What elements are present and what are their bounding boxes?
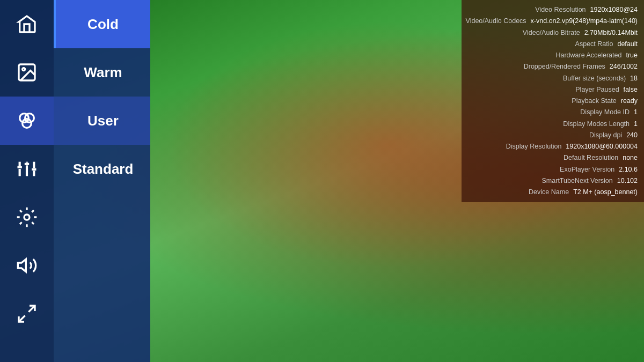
sidebar-item-volume[interactable]	[0, 241, 54, 290]
debug-row: Hardware Acceleratedtrue	[468, 50, 638, 61]
sidebar-item-home[interactable]	[0, 0, 54, 48]
color-circles-icon	[16, 110, 38, 131]
debug-row: Aspect Ratiodefault	[468, 39, 638, 50]
debug-row: Buffer size (seconds)18	[468, 73, 638, 84]
debug-row: Player Pausedfalse	[468, 84, 638, 95]
debug-value: 2.10.6	[619, 164, 638, 175]
svg-point-1	[23, 68, 25, 71]
sidebar-item-image[interactable]	[0, 48, 54, 97]
menu-panel: Cold Warm User Standard	[54, 0, 150, 362]
debug-label: Display Mode ID	[580, 107, 630, 118]
debug-value: 1920x1080@24	[590, 4, 638, 16]
debug-row: Device NameT2 M+ (aosp_bennet)	[468, 187, 638, 198]
settings-icon	[16, 206, 38, 228]
debug-value: 1	[634, 107, 638, 118]
debug-label: ExoPlayer Version	[560, 164, 614, 175]
debug-row: SmartTubeNext Version10.102	[468, 175, 638, 187]
equalizer-icon	[16, 158, 38, 180]
debug-label: Display Resolution	[506, 141, 562, 152]
debug-value: 246/1002	[610, 61, 638, 72]
debug-row: Default Resolutionnone	[468, 152, 638, 164]
debug-value: T2 M+ (aosp_bennet)	[573, 187, 638, 198]
debug-label: Display Modes Length	[563, 119, 630, 130]
debug-value: 1	[634, 119, 638, 130]
debug-label: Aspect Ratio	[575, 39, 613, 50]
debug-row: Playback Stateready	[468, 95, 638, 107]
menu-item-user-label: User	[87, 113, 119, 129]
svg-point-14	[24, 215, 30, 220]
debug-label: Video Resolution	[535, 4, 586, 16]
menu-item-warm-label: Warm	[84, 64, 122, 81]
debug-row: Display Mode ID1	[468, 107, 638, 118]
sidebar-item-resize[interactable]	[0, 290, 54, 338]
debug-row: Display Modes Length1	[468, 119, 638, 130]
debug-row: Video Resolution1920x1080@24	[468, 4, 638, 16]
menu-item-standard-label: Standard	[73, 161, 134, 178]
debug-label: Dropped/Rendered Frames	[524, 61, 605, 72]
sidebar-item-equalizer[interactable]	[0, 145, 54, 193]
svg-line-17	[19, 315, 25, 322]
menu-item-cold-label: Cold	[87, 16, 119, 33]
debug-value: 240	[626, 130, 638, 141]
svg-point-4	[23, 119, 32, 128]
debug-row: Display Resolution1920x1080@60.000004	[468, 141, 638, 152]
debug-value: false	[624, 84, 638, 95]
debug-value: 2.70Mbit/0.14Mbit	[584, 27, 638, 39]
debug-label: Hardware Accelerated	[555, 50, 621, 61]
debug-value: 1920x1080@60.000004	[566, 141, 638, 152]
debug-label: Playback State	[572, 95, 616, 107]
resize-icon	[16, 303, 38, 324]
debug-value: x-vnd.on2.vp9(248)/mp4a-latm(140)	[531, 16, 638, 27]
debug-label: Video/Audio Codecs	[466, 16, 526, 27]
debug-label: SmartTubeNext Version	[542, 175, 613, 187]
svg-marker-15	[18, 259, 26, 271]
menu-item-warm[interactable]: Warm	[54, 48, 150, 97]
debug-value: 18	[630, 73, 638, 84]
sidebar-item-settings[interactable]	[0, 193, 54, 241]
debug-rows-container: Video Resolution1920x1080@24Video/Audio …	[468, 4, 638, 198]
debug-row: ExoPlayer Version2.10.6	[468, 164, 638, 175]
sidebar-item-color-filter[interactable]	[0, 97, 54, 145]
debug-info-panel: Video Resolution1920x1080@24Video/Audio …	[462, 0, 644, 202]
home-icon	[16, 13, 38, 35]
debug-label: Display dpi	[589, 130, 622, 141]
sidebar	[0, 0, 54, 362]
debug-label: Default Resolution	[564, 152, 618, 164]
svg-line-16	[28, 306, 35, 312]
menu-item-cold[interactable]: Cold	[54, 0, 150, 48]
debug-label: Player Paused	[575, 84, 619, 95]
debug-row: Dropped/Rendered Frames246/1002	[468, 61, 638, 72]
menu-item-standard[interactable]: Standard	[54, 145, 150, 193]
debug-label: Device Name	[529, 187, 569, 198]
debug-value: none	[623, 152, 638, 164]
debug-value: true	[626, 50, 638, 61]
debug-row: Video/Audio Bitrate2.70Mbit/0.14Mbit	[468, 27, 638, 39]
volume-icon	[16, 255, 38, 276]
image-icon	[16, 62, 38, 83]
debug-value: 10.102	[617, 175, 638, 187]
debug-row: Display dpi240	[468, 130, 638, 141]
debug-value: ready	[621, 95, 638, 107]
debug-label: Video/Audio Bitrate	[523, 27, 580, 39]
debug-label: Buffer size (seconds)	[563, 73, 626, 84]
debug-row: Video/Audio Codecsx-vnd.on2.vp9(248)/mp4…	[468, 16, 638, 27]
debug-value: default	[617, 39, 638, 50]
menu-item-user[interactable]: User	[54, 97, 150, 145]
